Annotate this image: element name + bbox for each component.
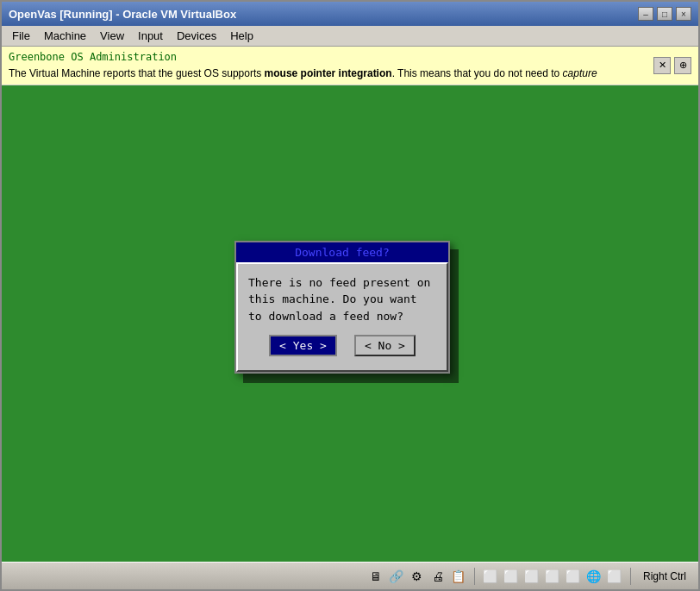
taskbar-icon-7: ⬜ (503, 568, 520, 585)
window-title: OpenVas [Running] - Oracle VM VirtualBox (9, 8, 236, 21)
taskbar-divider (474, 568, 475, 585)
right-ctrl-label: Right Ctrl (638, 570, 691, 582)
notification-text: Greenbone OS Administration The Virtual … (9, 50, 647, 81)
taskbar-icon-9: ⬜ (544, 568, 561, 585)
virtualbox-window: OpenVas [Running] - Oracle VM VirtualBox… (0, 0, 700, 591)
menubar: File Machine View Input Devices Help (2, 26, 698, 47)
no-button[interactable]: < No > (354, 335, 416, 356)
taskbar-icon-8: ⬜ (523, 568, 541, 585)
taskbar: 🖥 🔗 ⚙ 🖨 📋 ⬜ ⬜ ⬜ ⬜ ⬜ 🌐 ⬜ Right Ctrl (2, 562, 698, 589)
menu-machine[interactable]: Machine (37, 28, 93, 44)
yes-button[interactable]: < Yes > (269, 335, 337, 356)
taskbar-icon-11: 🌐 (585, 568, 603, 585)
menu-view[interactable]: View (93, 28, 131, 44)
taskbar-icon-1: 🖥 (367, 568, 384, 585)
window-controls: – □ × (638, 7, 691, 21)
dialog-title-bar: Download feed? (236, 242, 448, 262)
notification-actions: ✕ ⊕ (653, 57, 691, 74)
vm-screen[interactable]: Download feed? There is no feed present … (2, 85, 698, 562)
notification-header: Greenbone OS Administration (9, 50, 647, 65)
close-button[interactable]: × (676, 7, 691, 21)
dialog-body: There is no feed present on this machine… (236, 262, 448, 373)
dialog-title: Download feed? (295, 246, 390, 259)
dialog-message: There is no feed present on this machine… (248, 274, 436, 325)
italic-text: capture (563, 67, 597, 79)
notification-info-icon[interactable]: ⊕ (674, 57, 691, 74)
bold-text: mouse pointer integration (265, 67, 392, 79)
minimize-button[interactable]: – (638, 7, 653, 21)
taskbar-icons: 🖥 🔗 ⚙ 🖨 📋 ⬜ ⬜ ⬜ ⬜ ⬜ 🌐 ⬜ Right Ctrl (367, 568, 691, 585)
taskbar-icon-2: 🔗 (388, 568, 405, 585)
taskbar-icon-6: ⬜ (482, 568, 499, 585)
dialog-buttons: < Yes > < No > (248, 335, 436, 363)
taskbar-icon-3: ⚙ (409, 568, 426, 585)
taskbar-icon-4: 🖨 (429, 568, 447, 585)
menu-input[interactable]: Input (131, 28, 170, 44)
restore-button[interactable]: □ (657, 7, 672, 21)
menu-devices[interactable]: Devices (170, 28, 223, 44)
download-feed-dialog: Download feed? There is no feed present … (234, 241, 450, 374)
taskbar-icon-10: ⬜ (565, 568, 582, 585)
titlebar: OpenVas [Running] - Oracle VM VirtualBox… (2, 2, 698, 26)
taskbar-icon-12: ⬜ (606, 568, 623, 585)
taskbar-icon-5: 📋 (450, 568, 467, 585)
notification-message: The Virtual Machine reports that the gue… (9, 67, 597, 79)
menu-help[interactable]: Help (223, 28, 260, 44)
menu-file[interactable]: File (5, 28, 37, 44)
taskbar-divider-2 (630, 568, 631, 585)
notification-bar: Greenbone OS Administration The Virtual … (2, 47, 698, 85)
notification-close-icon[interactable]: ✕ (653, 57, 671, 74)
